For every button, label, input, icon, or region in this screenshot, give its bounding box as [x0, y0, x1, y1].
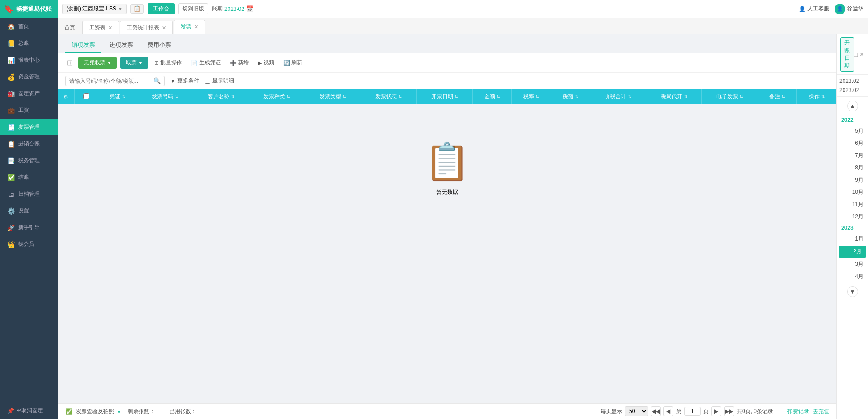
per-page-select[interactable]: 50 20 100 [625, 406, 648, 416]
sidebar-icon-sales: 📋 [7, 140, 14, 148]
th-settings[interactable]: ⚙ [58, 89, 74, 104]
date-item-1[interactable]: 2023.02 [837, 77, 868, 86]
page-input[interactable] [684, 407, 701, 416]
deduction-link[interactable]: 扣费记录 [787, 408, 809, 415]
year-2023-label[interactable]: 2023 [837, 223, 868, 233]
th-checkbox[interactable] [74, 89, 98, 104]
next-page-btn[interactable]: ▶ [711, 406, 721, 416]
user-menu[interactable]: 👤 徐溢华 [835, 4, 863, 14]
year-2022-label[interactable]: 2022 [837, 115, 868, 125]
new-btn[interactable]: ➕ 新增 [227, 57, 252, 69]
prev-page-btn[interactable]: ◀ [663, 406, 673, 416]
gen-voucher-icon: 📄 [191, 60, 198, 66]
user-avatar: 👤 [835, 4, 845, 14]
sidebar-label-funds: 资金管理 [18, 73, 40, 81]
month-item-8月[interactable]: 8月 [837, 162, 868, 174]
tab-close-invoices[interactable]: ✕ [194, 24, 198, 30]
sidebar-item-vip[interactable]: 👑畅会员 [0, 236, 58, 253]
maximize-icon[interactable]: □ [854, 51, 858, 58]
period-calendar-icon[interactable]: 📅 [246, 5, 253, 12]
th-customer: 客户名称⇅ [193, 89, 249, 104]
sidebar-item-guide[interactable]: 🚀新手引导 [0, 219, 58, 236]
empty-text: 暂无数据 [436, 188, 458, 196]
sidebar-item-assets[interactable]: 🏭固定资产 [0, 85, 58, 102]
empty-state: 📋 暂无数据 [58, 104, 836, 232]
date-item-2[interactable]: 2023.02 [837, 86, 868, 95]
search-icon[interactable]: 🔍 [153, 77, 161, 84]
no-voucher-btn[interactable]: 无凭取票 ▼ [78, 57, 117, 69]
grid-icon[interactable]: ⊞ [65, 57, 75, 69]
sidebar-icon-invoices: 🧾 [7, 124, 14, 131]
total-label: 共0页, 0条记录 [737, 408, 773, 415]
batch-op-btn[interactable]: ⊞ 批量操作 [152, 57, 185, 69]
tab-wages-stat[interactable]: 工资统计报表✕ [120, 21, 173, 34]
month-item-2023-1月[interactable]: 1月 [837, 233, 868, 245]
th-voucher: 凭证⇅ [98, 89, 137, 104]
month-item-10月[interactable]: 10月 [837, 186, 868, 198]
user-name: 徐溢华 [847, 5, 863, 13]
sidebar-icon-guide: 🚀 [7, 224, 14, 231]
filter-more-btn[interactable]: ▼ 更多条件 [170, 77, 199, 85]
select-all-checkbox[interactable] [83, 93, 89, 99]
sidebar-item-ledger[interactable]: 📒总账 [0, 35, 58, 52]
tab-invoices[interactable]: 发票✕ [174, 20, 205, 34]
table-header: ⚙凭证⇅发票号码⇅客户名称⇅发票种类⇅发票类型⇅发票状态⇅开票日期⇅金额⇅税率⇅… [58, 89, 836, 104]
cancel-fixed-icon: 📌 [7, 408, 14, 414]
settings-icon[interactable]: ⚙ [63, 94, 68, 100]
month-item-2023-3月[interactable]: 3月 [837, 258, 868, 270]
month-item-6月[interactable]: 6月 [837, 137, 868, 149]
first-page-btn[interactable]: ◀◀ [651, 406, 661, 416]
sidebar-item-settle[interactable]: ✅结账 [0, 169, 58, 186]
sidebar-item-tax[interactable]: 📑税务管理 [0, 152, 58, 169]
tab-close-wages-table[interactable]: ✕ [108, 25, 112, 31]
sidebar-item-invoices[interactable]: 🧾发票管理 [0, 119, 58, 135]
sidebar-item-funds[interactable]: 💰资金管理 [0, 68, 58, 85]
recharge-link[interactable]: 去充值 [813, 408, 829, 415]
per-page-label: 每页显示 [601, 408, 622, 415]
last-page-btn[interactable]: ▶▶ [724, 406, 734, 416]
th-operations: 操作⇅ [797, 89, 836, 104]
switch-version-button[interactable]: 切到旧版 [178, 3, 208, 14]
sidebar-item-sales[interactable]: 📋进销台账 [0, 135, 58, 152]
topbar-right: 👤 人工客服 👤 徐溢华 [799, 4, 863, 14]
sidebar-item-reports[interactable]: 📊报表中心 [0, 52, 58, 68]
month-item-7月[interactable]: 7月 [837, 149, 868, 162]
show-detail-checkbox[interactable] [205, 78, 210, 84]
tab-close-wages-stat[interactable]: ✕ [162, 25, 166, 31]
month-item-9月[interactable]: 9月 [837, 174, 868, 186]
sidebar-item-home[interactable]: 🏠首页 [0, 18, 58, 35]
refresh-btn[interactable]: 🔄 刷新 [281, 57, 305, 69]
open-period-btn[interactable]: 开账日期 [840, 37, 854, 72]
close-icon[interactable]: ✕ [859, 51, 864, 58]
subtab-expense-ticket[interactable]: 费用小票 [141, 38, 177, 53]
month-item-2023-4月[interactable]: 4月 [837, 270, 868, 283]
month-up-btn[interactable]: ▲ [847, 101, 858, 111]
subtab-purchase-invoice[interactable]: 进项发票 [103, 38, 139, 53]
filterbar: 🔍 ▼ 更多条件 显示明细 [58, 73, 836, 89]
copy-button[interactable]: 📋 [130, 4, 144, 14]
video-btn[interactable]: ▶ 视频 [255, 57, 277, 69]
month-item-5月[interactable]: 5月 [837, 125, 868, 137]
sidebar-item-wages[interactable]: 💼工资 [0, 102, 58, 119]
company-selector[interactable]: (勿删) 江西服宝-LSS ▼ [62, 4, 127, 14]
used-label: 已用张数： [169, 408, 196, 415]
fetch-btn[interactable]: 取票 ▼ [120, 57, 148, 69]
month-item-12月[interactable]: 12月 [837, 211, 868, 223]
month-item-11月[interactable]: 11月 [837, 198, 868, 211]
month-item-2023-2月[interactable]: 2月 [839, 246, 866, 258]
service-button[interactable]: 👤 人工客服 [799, 5, 829, 13]
show-detail-wrap[interactable]: 显示明细 [205, 77, 234, 85]
workbench-button[interactable]: 工作台 [148, 3, 175, 14]
sidebar-cancel-fixed[interactable]: 📌 ↩取消固定 [0, 402, 58, 419]
subtab-sales-invoice[interactable]: 销项发票 [65, 38, 101, 53]
sidebar-item-archive[interactable]: 🗂归档管理 [0, 186, 58, 202]
sidebar-item-settings[interactable]: ⚙️设置 [0, 202, 58, 219]
tab-wages-table[interactable]: 工资表✕ [82, 21, 119, 34]
tab-home[interactable]: 首页 [58, 21, 81, 34]
search-input[interactable] [69, 78, 152, 84]
tabbar: 首页工资表✕工资统计报表✕发票✕ [58, 18, 868, 34]
pagination: 每页显示 50 20 100 ◀◀ ◀ 第 页 ▶ ▶▶ 共0页, 0条记录 [601, 406, 773, 416]
subtabs: 销项发票进项发票费用小票 [58, 34, 836, 53]
gen-voucher-btn[interactable]: 📄 生成凭证 [188, 57, 224, 69]
month-down-btn[interactable]: ▼ [847, 286, 858, 297]
